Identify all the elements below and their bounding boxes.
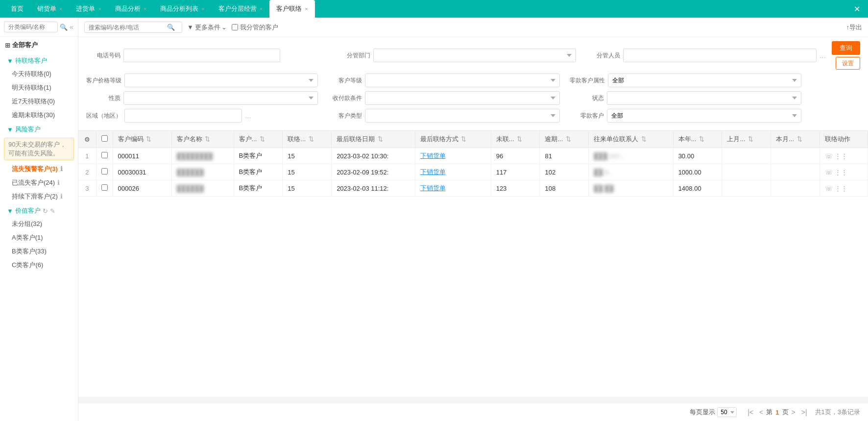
per-page-select[interactable]: 50 — [717, 407, 737, 417]
tab-customer-contact[interactable]: 客户联络 × — [269, 0, 314, 18]
action-icons-1[interactable]: ☏ ⋮⋮ — [825, 152, 847, 160]
row3-checkbox[interactable] — [101, 184, 108, 191]
filter-ctype-select[interactable] — [365, 109, 559, 123]
main-search-input[interactable] — [89, 24, 167, 31]
th-last-month[interactable]: 上月... ⇅ — [722, 131, 771, 148]
cell-overdue-3: 108 — [540, 180, 589, 197]
th-name[interactable]: 客户名称 ⇅ — [171, 131, 234, 148]
sidebar-section-pending[interactable]: ▼ 待联络客户 — [0, 53, 78, 67]
tab-home[interactable]: 首页 — [4, 0, 30, 18]
sidebar-item-overdue-contact[interactable]: 逾期未联络(30) — [0, 108, 78, 122]
sidebar-section-value[interactable]: ▼ 价值客户 ↻ ✎ — [0, 203, 78, 217]
prev-page-btn[interactable]: < — [756, 407, 766, 417]
sidebar-all-customers[interactable]: ⊞ 全部客户 — [0, 37, 78, 53]
more-conditions-btn[interactable]: ▼ 更多条件 ⌄ — [187, 23, 227, 32]
tab-sales-close[interactable]: × — [59, 6, 62, 12]
cell-action-2: ☏ ⋮⋮ — [820, 164, 868, 180]
tab-analysis-list[interactable]: 商品分析列表 × — [153, 0, 211, 18]
tab-bar-close-all[interactable]: ✕ — [850, 4, 864, 14]
th-uncontact[interactable]: 未联... ⇅ — [491, 131, 540, 148]
sidebar-item-churned[interactable]: 已流失客户(24) ℹ — [0, 176, 78, 190]
sidebar-collapse-btn[interactable]: « — [70, 23, 73, 31]
sidebar-search-input[interactable] — [4, 22, 58, 32]
export-btn[interactable]: ↑ 导出 — [846, 23, 863, 32]
filter-phone-input[interactable] — [123, 49, 280, 62]
sidebar-item-a-class[interactable]: A类客户(1) — [0, 231, 78, 245]
filter-grade-select[interactable] — [365, 74, 559, 87]
query-button[interactable]: 查询 — [832, 41, 860, 55]
tab-customer-segment[interactable]: 客户分层经营 × — [212, 0, 269, 18]
advanced-filter-panel: 电话号码 分管部门 分管人员 … 查询 设置 — [78, 37, 868, 131]
filter-price-grade-select[interactable] — [124, 74, 318, 87]
horizontal-scrollbar[interactable] — [78, 397, 868, 403]
th-contacts[interactable]: 往来单位联系人 ⇅ — [589, 131, 673, 148]
tab-purchase[interactable]: 进货单 × — [69, 0, 108, 18]
cell-this-month-2 — [771, 164, 820, 180]
sidebar-item-today-contact[interactable]: 今天待联络(0) — [0, 67, 78, 81]
tab-bar: 首页 销货单 × 进货单 × 商品分析 × 商品分析列表 × 客户分层经营 × … — [0, 0, 868, 18]
cell-checkbox-2[interactable] — [96, 164, 113, 180]
main-search-btn[interactable]: 🔍 — [167, 24, 175, 31]
last-page-btn[interactable]: >| — [798, 407, 810, 417]
sidebar-item-tomorrow-contact[interactable]: 明天待联络(1) — [0, 81, 78, 95]
tab-analysis-close[interactable]: × — [144, 6, 146, 12]
sort-last-month-icon: ⇅ — [748, 135, 753, 143]
filter-region-dots[interactable]: … — [245, 112, 251, 120]
cell-checkbox-3[interactable] — [96, 180, 113, 197]
th-contact[interactable]: 联络... ⇅ — [283, 131, 332, 148]
tab-analysis-list-close[interactable]: × — [201, 6, 204, 12]
th-this-year[interactable]: 本年... ⇅ — [673, 131, 722, 148]
refresh-icon[interactable]: ↻ — [43, 207, 48, 215]
th-checkbox[interactable] — [96, 131, 113, 148]
th-last-date[interactable]: 最后联络日期 ⇅ — [332, 131, 415, 148]
filter-region-input[interactable] — [124, 109, 242, 123]
row2-checkbox[interactable] — [101, 168, 108, 174]
table-header: ⚙ 客户编码 ⇅ 客户名称 ⇅ 客户... ⇅ — [78, 131, 868, 148]
filter-cell-zero-attr: 零款客户属性 全部 — [570, 74, 801, 87]
select-all-checkbox[interactable] — [101, 135, 108, 142]
th-this-month[interactable]: 本月... ⇅ — [771, 131, 820, 148]
sidebar-item-c-class[interactable]: C类客户(6) — [0, 258, 78, 272]
tab-purchase-close[interactable]: × — [98, 6, 101, 12]
cell-checkbox-1[interactable] — [96, 148, 113, 164]
tab-analysis[interactable]: 商品分析 × — [108, 0, 153, 18]
th-settings[interactable]: ⚙ — [78, 131, 96, 148]
tab-customer-contact-close[interactable]: × — [305, 6, 308, 12]
action-icons-2[interactable]: ☏ ⋮⋮ — [825, 169, 847, 176]
filter-person-dots[interactable]: … — [820, 52, 826, 59]
row1-checkbox[interactable] — [101, 152, 108, 158]
sidebar-item-churn-warning[interactable]: 流失预警客户(3) ℹ — [0, 162, 78, 176]
edit-icon[interactable]: ✎ — [50, 207, 55, 215]
filter-person-input[interactable] — [623, 49, 817, 62]
sidebar-section-risk[interactable]: ▼ 风险客户 — [0, 122, 78, 136]
tab-customer-segment-close[interactable]: × — [260, 6, 263, 12]
filter-status-select[interactable] — [607, 91, 801, 105]
sort-type-icon: ⇅ — [260, 135, 265, 143]
filter-gender-select[interactable] — [123, 91, 318, 105]
tab-customer-segment-label: 客户分层经营 — [218, 4, 257, 13]
filter-dept-select[interactable] — [373, 49, 576, 62]
filter-payment-select[interactable] — [365, 91, 559, 105]
sidebar-item-declining[interactable]: 持续下滑客户(2) ℹ — [0, 190, 78, 203]
my-customers-checkbox[interactable] — [232, 24, 238, 30]
tab-sales[interactable]: 销货单 × — [30, 0, 69, 18]
next-page-btn[interactable]: > — [789, 407, 798, 417]
sidebar-item-b-class-label: B类客户(33) — [12, 248, 47, 255]
filter-zero-customer-select[interactable]: 全部 — [607, 109, 801, 123]
first-page-btn[interactable]: |< — [745, 407, 756, 417]
th-last-date-label: 最后联络日期 — [337, 135, 375, 143]
filter-zero-customer-label: 零款客户 — [570, 112, 604, 120]
sidebar-item-7days-contact[interactable]: 近7天待联络(0) — [0, 95, 78, 108]
sidebar-item-b-class[interactable]: B类客户(33) — [0, 245, 78, 258]
cell-overdue-2: 102 — [540, 164, 589, 180]
action-icons-3[interactable]: ☏ ⋮⋮ — [825, 185, 847, 192]
filter-ctype-label: 客户类型 — [328, 112, 362, 120]
settings-button[interactable]: 设置 — [836, 57, 860, 70]
th-type[interactable]: 客户... ⇅ — [234, 131, 283, 148]
th-overdue[interactable]: 逾期... ⇅ — [540, 131, 589, 148]
sidebar-search-icon[interactable]: 🔍 — [60, 24, 68, 31]
th-code[interactable]: 客户编码 ⇅ — [113, 131, 171, 148]
sidebar-item-ungroup[interactable]: 未分组(32) — [0, 217, 78, 231]
filter-zero-attr-select[interactable]: 全部 — [608, 74, 801, 87]
th-last-way[interactable]: 最后联络方式 ⇅ — [415, 131, 491, 148]
